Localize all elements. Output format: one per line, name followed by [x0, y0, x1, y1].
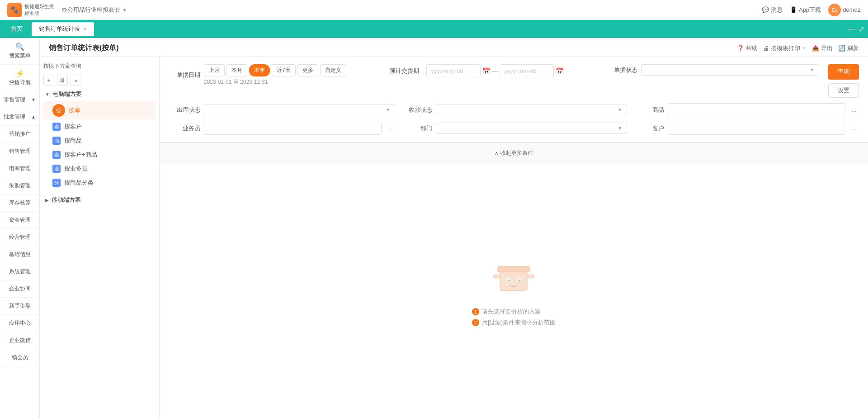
sidebar-item-basic[interactable]: 基础信息 [0, 246, 39, 263]
expected-date-end[interactable] [500, 64, 554, 77]
tree-section-mobile-header[interactable]: ▶ 移动端方案 [43, 193, 156, 207]
date-btn-custom[interactable]: 自定义 [320, 64, 346, 76]
setting-button[interactable]: 设置 [828, 83, 859, 98]
customer-input[interactable] [668, 122, 845, 135]
staff-filter-group: 业务员 ... [169, 122, 395, 135]
goods-label: 商品 [632, 106, 664, 114]
status-filter-label: 单据状态 [606, 66, 637, 74]
date-button-group: 上月 本月 本年 近7天 更多 自定义 [204, 64, 346, 76]
tab-bar: 首页 销售订单统计表 × — ⤢ [0, 20, 868, 38]
collapse-up-icon: ∧ [495, 150, 499, 157]
sidebar-item-wholesale[interactable]: 批发管理 ▲ [0, 109, 39, 126]
tree-item-by-goods-category[interactable]: 分 按商品分类 [43, 176, 156, 190]
top-bar-left: 🐾 畅捷通好生意 标准版 办公用品行业模拟账套 ▼ [7, 3, 127, 17]
sidebar-item-ecommerce[interactable]: 电商管理 [0, 160, 39, 177]
template-print-button[interactable]: 🖨 按模板打印 ▼ [763, 44, 807, 52]
collapse-panel-button[interactable]: « [71, 75, 81, 86]
sidebar-item-retail[interactable]: 零售管理 ▼ [0, 91, 39, 109]
query-button[interactable]: 查询 [828, 64, 859, 80]
add-icon: + [47, 77, 51, 84]
tab-maximize-icon[interactable]: ⤢ [859, 25, 864, 33]
status-select[interactable]: ▼ [641, 64, 819, 76]
filter-row-1: 单据日期 上月 本月 本年 近7天 更多 自定义 20 [169, 64, 859, 98]
customer-filter-group: 客户 ... [632, 122, 859, 135]
sidebar-item-inventory[interactable]: 库存核算 [0, 195, 39, 212]
sidebar-item-system[interactable]: 系统管理 [0, 263, 39, 280]
sidebar-item-sales[interactable]: 销售管理 [0, 143, 39, 160]
tree-item-by-order[interactable]: 按 按单 [43, 101, 156, 119]
staff-more-button[interactable]: ... [385, 124, 395, 133]
expected-date-start[interactable] [426, 64, 481, 77]
settings-icon: ⚙ [60, 77, 65, 84]
quick-nav-icon: ⚡ [15, 69, 24, 78]
sidebar-item-marketing[interactable]: 营销推广 [0, 126, 39, 143]
print-icon: 🖨 [763, 45, 769, 52]
sidebar-item-operations[interactable]: 经营管理 [0, 229, 39, 246]
goods-filter-group: 商品 ... [632, 103, 859, 116]
date-btn-this-year[interactable]: 本年 [249, 64, 270, 76]
goods-more-button[interactable]: ... [849, 105, 859, 115]
export-button[interactable]: 📤 导出 [812, 44, 833, 52]
add-plan-button[interactable]: + [43, 75, 54, 86]
help-button[interactable]: ❓ 帮助 [737, 44, 758, 52]
page-title: 销售订单统计表(按单) [49, 43, 119, 53]
date-btn-last-month[interactable]: 上月 [204, 64, 225, 76]
empty-tips: 1 请先选择要分析的方案 2 用[过滤]条件来缩小分析范围 [472, 308, 556, 329]
sidebar-item-purchase[interactable]: 采购管理 [0, 177, 39, 195]
wholesale-arrow-icon: ▲ [31, 114, 36, 119]
sidebar-item-finance[interactable]: 资金管理 [0, 212, 39, 229]
customer-label: 客户 [632, 124, 664, 133]
filter-row-2: 出库状态 ▼ 收款状态 ▼ [169, 103, 859, 116]
tree-item-by-goods[interactable]: 商 按商品 [43, 134, 156, 147]
user-profile[interactable]: Ea demo2 [828, 4, 861, 16]
tree-item-by-customer-goods[interactable]: 客 按客户+商品 [43, 148, 156, 162]
sidebar-item-quick-nav[interactable]: ⚡ 快捷导航 [0, 65, 39, 91]
settings-plan-button[interactable]: ⚙ [57, 75, 68, 86]
calendar-icon-2[interactable]: 📅 [556, 67, 563, 75]
tab-sales-order-stats[interactable]: 销售订单统计表 × [32, 22, 94, 36]
sidebar-item-member[interactable]: 畅会员 [0, 349, 39, 366]
staff-input[interactable] [204, 122, 382, 135]
date-btn-this-month[interactable]: 本月 [226, 64, 247, 76]
logo-text: 畅捷通好生意 标准版 [24, 3, 54, 16]
goods-input[interactable] [668, 103, 845, 116]
date-btn-more[interactable]: 更多 [297, 64, 318, 76]
page-actions: ❓ 帮助 🖨 按模板打印 ▼ 📤 导出 🔄 刷新 [737, 44, 859, 52]
empty-state: 1 请先选择要分析的方案 2 用[过滤]条件来缩小分析范围 [472, 252, 556, 329]
date-filter-group: 单据日期 上月 本月 本年 近7天 更多 自定义 20 [169, 64, 382, 86]
action-buttons: 查询 设置 [828, 64, 859, 98]
help-icon: ❓ [737, 45, 744, 52]
tab-home[interactable]: 首页 [4, 22, 30, 36]
date-dash: — [492, 67, 498, 74]
tree-section-mobile: ▶ 移动端方案 [43, 193, 156, 207]
payment-select[interactable]: ▼ [436, 104, 627, 115]
sidebar-item-new-guide[interactable]: 新手引导 [0, 298, 39, 315]
sidebar-item-app-center[interactable]: 应用中心 [0, 315, 39, 332]
logo-area: 🐾 畅捷通好生意 标准版 [7, 3, 54, 17]
sidebar-item-enterprise[interactable]: 企业协同 [0, 280, 39, 298]
panel-actions-row: + ⚙ « [43, 75, 156, 86]
sidebar-item-wechat[interactable]: 企业微信 [0, 332, 39, 349]
dept-label: 部门 [401, 124, 432, 133]
sidebar-item-search[interactable]: 🔍 搜索菜单 [0, 38, 39, 65]
message-button[interactable]: 💬 消息 [762, 6, 783, 14]
app-download-button[interactable]: 📱 App下载 [790, 6, 821, 14]
tree-item-by-customer[interactable]: 客 按客户 [43, 120, 156, 133]
delivery-select[interactable]: ▼ [204, 104, 395, 115]
tree-item-by-staff[interactable]: 业 按业务员 [43, 162, 156, 176]
tree-section-desktop-header[interactable]: ▼ 电脑端方案 [43, 87, 156, 101]
calendar-icon-1[interactable]: 📅 [482, 67, 490, 75]
delivery-arrow-icon: ▼ [386, 107, 390, 112]
dept-select[interactable]: ▼ [436, 123, 627, 134]
goods-icon: 商 [52, 137, 61, 145]
collapse-button[interactable]: ∧ 收起更多条件 [169, 146, 859, 161]
date-btn-last-7-days[interactable]: 近7天 [272, 64, 296, 76]
tab-minimize-icon[interactable]: — [848, 25, 855, 33]
main-content: 按以下方案查询 + ⚙ « ▼ 电脑端方案 [40, 57, 868, 418]
payment-arrow-icon: ▼ [618, 107, 622, 112]
refresh-button[interactable]: 🔄 刷新 [838, 44, 859, 52]
customer-more-button[interactable]: ... [849, 124, 859, 133]
empty-tip-2: 2 用[过滤]条件来缩小分析范围 [472, 318, 556, 327]
breadcrumb-arrow-icon[interactable]: ▼ [122, 7, 127, 13]
tab-close-icon[interactable]: × [84, 26, 87, 32]
